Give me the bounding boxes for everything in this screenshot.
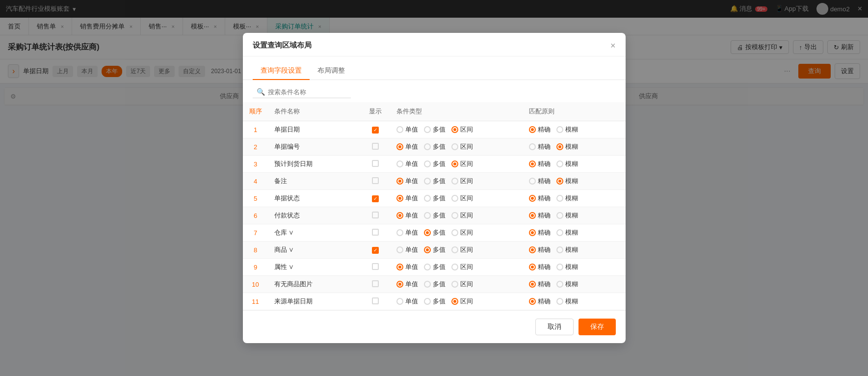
col-type: 条件类型	[391, 102, 523, 109]
col-match: 匹配原则	[523, 102, 625, 109]
dialog-header: 设置查询区域布局 ×	[243, 33, 626, 56]
dialog-tabs: 查询字段设置 布局调整	[243, 56, 626, 80]
dialog-body: 查询字段设置 布局调整 🔍 顺序 条件名称 显示	[243, 56, 626, 109]
overlay: 设置查询区域布局 × 查询字段设置 布局调整 🔍	[0, 0, 868, 109]
dialog: 设置查询区域布局 × 查询字段设置 布局调整 🔍	[243, 33, 626, 109]
search-input[interactable]	[268, 88, 346, 96]
col-order: 顺序	[243, 102, 268, 109]
col-show: 显示	[360, 102, 391, 109]
dialog-tab-layout[interactable]: 布局调整	[310, 62, 353, 80]
dialog-search-area: 🔍	[243, 80, 626, 102]
col-name: 条件名称	[268, 102, 360, 109]
dialog-table: 顺序 条件名称 显示 条件类型 匹配原则 1单据日期✓单值多值区间精确模糊2单据…	[243, 102, 626, 109]
table-header: 顺序 条件名称 显示 条件类型 匹配原则	[243, 102, 626, 109]
dialog-title: 设置查询区域布局	[253, 41, 312, 50]
dialog-tab-fields[interactable]: 查询字段设置	[253, 62, 310, 80]
search-icon: 🔍	[257, 88, 265, 96]
search-box: 🔍	[253, 86, 351, 98]
dialog-close-btn[interactable]: ×	[610, 41, 616, 50]
